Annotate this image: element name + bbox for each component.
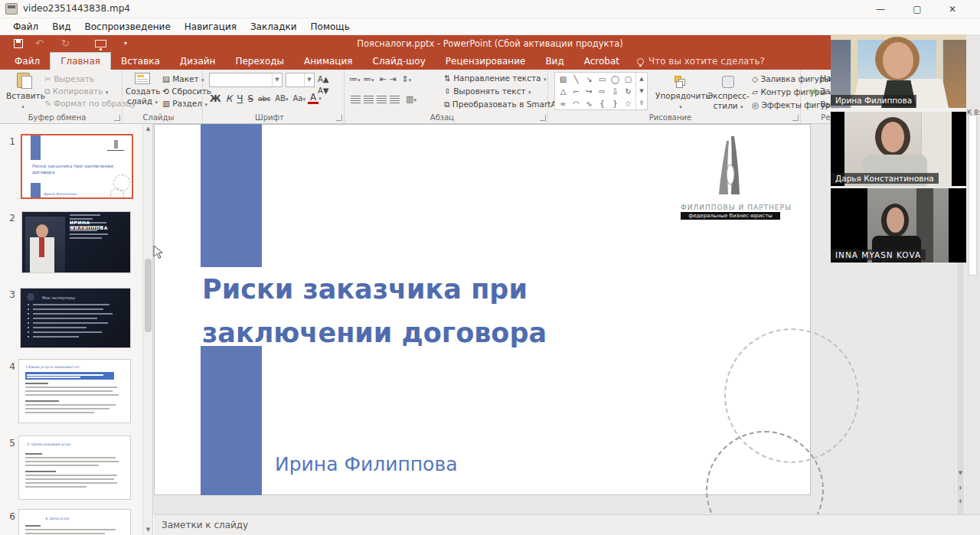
menu-bookmarks[interactable]: Закладки	[243, 21, 304, 32]
slide-accent-bar-top	[201, 124, 262, 267]
increase-indent-button[interactable]: ⇥	[389, 74, 396, 84]
font-color-arrow-icon[interactable]: ▾	[318, 96, 322, 102]
dialog-launcher-icon[interactable]	[114, 115, 120, 121]
font-color-button[interactable]: А	[308, 93, 318, 104]
next-slide-button[interactable]: ⇟	[956, 497, 965, 507]
tab-animations[interactable]: Анимация	[294, 53, 362, 70]
align-center-icon[interactable]	[364, 96, 374, 103]
tab-home[interactable]: Главная	[50, 52, 111, 70]
menu-playback[interactable]: Воспроизведение	[77, 21, 177, 32]
scroll-down-icon[interactable]: ▼	[956, 468, 965, 478]
align-left-icon[interactable]	[351, 96, 361, 103]
slide-number: 2	[0, 213, 15, 223]
character-spacing-button[interactable]: АВ▾	[273, 94, 290, 103]
edge-scrollbar[interactable]	[969, 115, 977, 276]
menu-view[interactable]: Вид	[45, 21, 77, 32]
font-name-combo[interactable]: ▼	[209, 73, 283, 87]
change-case-button[interactable]: Аа▾	[291, 94, 308, 103]
slide-subtitle[interactable]: Ирина Филиппова	[275, 453, 457, 475]
slide-number: 6	[0, 511, 15, 522]
tab-transitions[interactable]: Переходы	[225, 53, 294, 70]
clear-formatting-button[interactable]: abc	[256, 95, 273, 103]
paragraph-row-2: ▥▾	[349, 94, 416, 104]
line-spacing-button[interactable]: ⇕▾	[401, 74, 411, 84]
chevron-down-icon[interactable]: ▼	[304, 73, 314, 86]
previous-slide-button[interactable]: ⇞	[956, 484, 965, 494]
tab-view[interactable]: Вид	[535, 53, 573, 70]
section-button[interactable]: ▥ Раздел ▾	[162, 99, 207, 108]
new-slide-button[interactable]: Создатьслайд ▾	[126, 73, 159, 108]
align-text-button[interactable]: ⇳ Выровнять текст ▾	[444, 86, 531, 96]
notes-pane[interactable]: Заметки к слайду	[154, 514, 980, 535]
bold-button[interactable]: Ж	[207, 93, 224, 104]
close-button[interactable]: ✕	[937, 0, 968, 18]
layout-button[interactable]: ▤ Макет ▾	[162, 74, 204, 83]
webcam-name-label: Ирина Филиппова	[831, 95, 916, 106]
align-right-icon[interactable]	[377, 96, 387, 103]
shape-icons[interactable]: ▧╲↘▭◯▢△⌐↪⇨⇩↻≈◠∿{}☆	[557, 73, 635, 110]
copy-button[interactable]: ⧉ Копировать ▾	[44, 86, 108, 96]
dialog-launcher-icon[interactable]	[792, 115, 799, 121]
numbering-button[interactable]: ≕▾	[363, 74, 374, 84]
current-slide[interactable]: Риски заказчика при заключении договора …	[154, 124, 811, 495]
slide-title[interactable]: Риски заказчика при заключении договора	[202, 268, 723, 355]
arrange-button[interactable]: Упорядочить▾	[655, 76, 706, 113]
tab-acrobat[interactable]: Acrobat	[574, 53, 629, 70]
tab-review[interactable]: Рецензирование	[436, 53, 536, 70]
person-face	[881, 122, 904, 152]
person-face	[883, 42, 913, 79]
text-direction-button[interactable]: ⇅ Направление текста ▾	[444, 73, 546, 83]
media-file-icon	[5, 3, 18, 15]
strikethrough-button[interactable]: S	[245, 93, 256, 104]
menu-file[interactable]: Файл	[6, 21, 45, 32]
menu-navigation[interactable]: Навигация	[178, 21, 243, 32]
company-logo: ФИЛИППОВЫ И ПАРТНЕРЫ федеральные бизнес-…	[681, 135, 780, 220]
tab-slideshow[interactable]: Слайд-шоу	[363, 53, 436, 70]
font-size-combo[interactable]: ▼	[286, 73, 315, 87]
slide-thumbnail-5[interactable]: 3. Сроки оказания услуг	[18, 436, 131, 500]
tell-me-box[interactable]: Что вы хотите сделать?	[629, 53, 773, 70]
grow-font-button[interactable]: А▲	[318, 75, 329, 83]
slide-thumbnail-6[interactable]: 4. Цена услуг	[18, 509, 131, 535]
minimize-button[interactable]: —	[865, 0, 896, 18]
slide-thumbnail-4[interactable]: 1.Какие услуги оказываются?	[18, 359, 131, 423]
slide-thumbnail-2[interactable]: ИРИНА ФИЛИППОВА	[21, 211, 131, 273]
scroll-down-icon[interactable]: ▼	[143, 525, 153, 535]
columns-button[interactable]: ▥▾	[406, 94, 416, 104]
dialog-launcher-icon[interactable]	[540, 115, 546, 121]
scrollbar-thumb[interactable]	[145, 259, 152, 332]
slide-thumbnail-3[interactable]: Мои экспертизы	[20, 288, 131, 348]
paste-button[interactable]: Вставить▾	[6, 73, 40, 113]
italic-button[interactable]: К	[224, 93, 235, 104]
tab-insert[interactable]: Вставка	[111, 53, 170, 70]
thumb-heading: Мои экспертизы	[42, 295, 75, 300]
decrease-indent-button[interactable]: ⇤	[380, 74, 387, 84]
slide-thumbnail-panel[interactable]: 1 Риски заказчика при заключениидоговора…	[0, 124, 153, 535]
chevron-down-icon[interactable]: ▼	[272, 73, 282, 86]
thumb-heading: 4. Цена услуг	[45, 517, 70, 520]
underline-button[interactable]: Ч	[234, 93, 245, 104]
cut-button[interactable]: ✂ Вырезать	[44, 74, 94, 83]
tab-design[interactable]: Дизайн	[170, 53, 226, 70]
thumb-heading: 1.Какие услуги оказываются?	[25, 365, 80, 369]
group-label-clipboard: Буфер обмена	[0, 113, 114, 122]
maximize-button[interactable]: ▢	[902, 0, 933, 18]
shapes-gallery-scroll[interactable]: ▲▼⊽	[635, 73, 647, 109]
justify-icon[interactable]	[390, 96, 400, 103]
scroll-up-icon[interactable]: ▲	[143, 124, 153, 134]
group-paragraph: ≔▾ ≕▾ ⇤ ⇥ ⇕▾ ▥▾ ⇅ Направление текста ▾ ⇳…	[345, 70, 548, 123]
notes-placeholder: Заметки к слайду	[162, 520, 248, 530]
dialog-launcher-icon[interactable]	[336, 115, 342, 121]
new-slide-icon	[135, 73, 150, 84]
group-font: ▼ ▼ А▲ А▼ Ж К Ч S abc АВ▾ Аа▾ А ▾ Шрифт	[203, 70, 345, 123]
menu-help[interactable]: Помощь	[304, 21, 357, 32]
tab-file[interactable]: Файл	[5, 53, 50, 70]
group-label-font: Шрифт	[203, 113, 336, 122]
arrange-icon	[675, 76, 687, 88]
slide-thumbnail-1[interactable]: Риски заказчика при заключениидоговора И…	[21, 134, 133, 199]
shapes-gallery[interactable]: ▧╲↘▭◯▢△⌐↪⇨⇩↻≈◠∿{}☆ ▲▼⊽	[554, 72, 648, 110]
thumbnail-scrollbar[interactable]: ▲ ▼	[142, 124, 152, 535]
quick-styles-button[interactable]: Экспресс-стили ▾	[707, 76, 749, 113]
bullets-button[interactable]: ≔▾	[349, 74, 361, 84]
group-label-slides: Слайды	[122, 113, 194, 122]
